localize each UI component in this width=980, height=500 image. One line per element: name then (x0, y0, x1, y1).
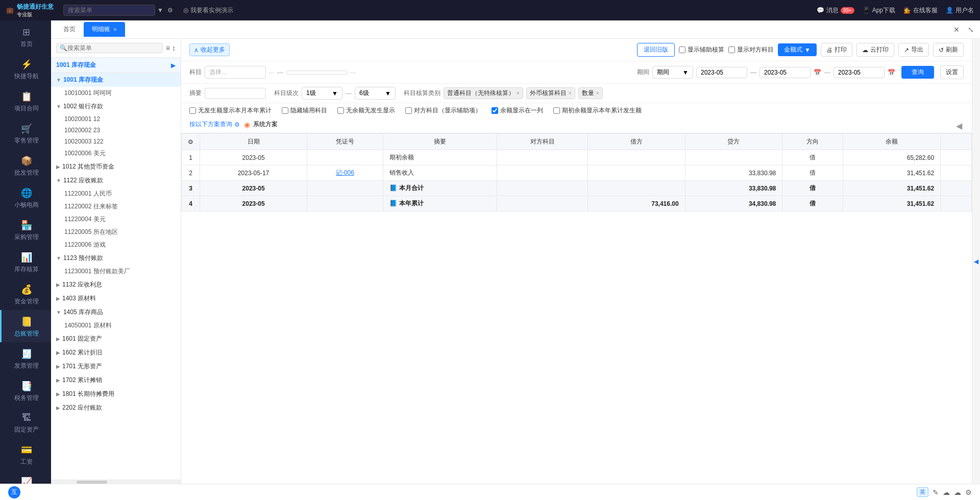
sidebar-item-purchase[interactable]: 🏪 采购管理 (0, 213, 51, 246)
sidebar-item-tax[interactable]: 📑 税务管理 (0, 374, 51, 407)
tag-3-close[interactable]: × (596, 90, 599, 96)
no-balance-month-input[interactable] (189, 107, 196, 114)
tab-close-btn[interactable]: × (113, 26, 117, 33)
voucher-link-2[interactable]: 记-006 (336, 169, 354, 176)
tag-1-close[interactable]: × (517, 90, 520, 96)
period-cal-icon-2[interactable]: 📅 (888, 69, 895, 76)
tree-list-icon[interactable]: ≡ (166, 44, 170, 52)
level-end-select[interactable]: 6级 ▼ (355, 87, 396, 100)
sidebar-item-retail[interactable]: 🛒 零售管理 (0, 117, 51, 149)
tree-item-1002[interactable]: ▼ 1002 银行存款 (51, 100, 181, 113)
th-settings[interactable]: ⚙ (182, 134, 200, 150)
settings-icon[interactable]: ⚙ (167, 7, 173, 14)
edit-icon[interactable]: ✎ (933, 488, 939, 496)
window-close-btn[interactable]: ✕ (951, 25, 962, 35)
opposite-account-show-input[interactable] (405, 107, 412, 114)
no-balance-month-checkbox[interactable]: 无发生额显示本月本年累计 (189, 106, 272, 115)
tag-2-close[interactable]: × (569, 90, 572, 96)
tree-item-1132[interactable]: ▶ 1132 应收利息 (51, 278, 181, 292)
account-search-box[interactable]: 🔍 (56, 43, 163, 53)
menu-search-input[interactable] (63, 5, 155, 16)
message-btn[interactable]: 💬 消息 99+ (817, 6, 854, 15)
period-start-input[interactable]: 2023-05 (696, 67, 747, 78)
sidebar-item-ecommerce[interactable]: 🌐 小畅电商 (0, 181, 51, 213)
tree-scrollbar-thumb[interactable] (77, 481, 107, 484)
right-collapse-btn[interactable]: ◀ (954, 121, 964, 130)
tree-item-11220004[interactable]: 11220004 美元 (51, 213, 181, 226)
account-nav-arrow[interactable]: ▶ (171, 62, 176, 69)
show-opposite-input[interactable] (728, 46, 735, 53)
tree-item-11220002[interactable]: 11220002 往来标签 (51, 200, 181, 213)
no-balance-show-input[interactable] (337, 107, 344, 114)
collapse-btn[interactable]: ∧ 收起更多 (189, 43, 230, 56)
tree-item-1001[interactable]: ▼ 1001 库存现金 (51, 73, 181, 87)
hide-aux-input[interactable] (282, 107, 288, 114)
right-collapse-panel[interactable]: ◀ (972, 39, 980, 484)
tree-item-2202[interactable]: ▶ 2202 应付账款 (51, 401, 181, 415)
cloud-print-btn[interactable]: ☁ 云打印 (856, 43, 894, 57)
category-tag-3[interactable]: 数量 × (578, 87, 603, 99)
back-to-old-btn[interactable]: 退回旧版 (637, 43, 675, 57)
tree-item-1601[interactable]: ▶ 1601 固定资产 (51, 332, 181, 346)
search-dropdown-icon[interactable]: ▼ (157, 7, 163, 14)
row-voucher-2[interactable]: 记-006 (307, 165, 383, 181)
right-collapse-arrow[interactable]: ◀ (974, 258, 978, 265)
sidebar-item-operations[interactable]: 📈 经营管理 (0, 470, 51, 484)
table-container[interactable]: ⚙ 日期 凭证号 摘要 对方科目 借方 贷方 方向 余额 (181, 133, 972, 484)
sidebar-item-wholesale[interactable]: 📦 批发管理 (0, 149, 51, 181)
tree-item-1012[interactable]: ▶ 1012 其他货币资金 (51, 160, 181, 174)
tree-item-14050001[interactable]: 14050001 原材料 (51, 319, 181, 332)
show-aux-calc-checkbox[interactable]: 显示辅助核算 (679, 45, 724, 54)
print-btn[interactable]: 🖨 打印 (821, 43, 852, 57)
cloud-icon-1[interactable]: ☁ (943, 488, 950, 496)
cloud-icon-2[interactable]: ☁ (954, 488, 961, 496)
tree-item-1403[interactable]: ▶ 1403 原材料 (51, 292, 181, 305)
account-search-input[interactable] (67, 44, 159, 52)
tree-scrollbar[interactable] (51, 480, 181, 484)
tree-item-10020003[interactable]: 10020003 122 (51, 136, 181, 147)
refresh-btn[interactable]: ↺ 刷新 (933, 43, 964, 57)
tree-item-1602[interactable]: ▶ 1602 累计折旧 (51, 346, 181, 360)
online-service-btn[interactable]: 💁 在线客服 (903, 6, 938, 15)
tree-item-11220005[interactable]: 11220005 所在地区 (51, 226, 181, 239)
tab-home[interactable]: 首页 (55, 22, 84, 37)
lang-en-btn[interactable]: 英 (917, 487, 928, 497)
settings-btn[interactable]: 设置 (940, 65, 964, 79)
tree-item-10020002[interactable]: 10020002 23 (51, 125, 181, 136)
level-start-select[interactable]: 1级 ▼ (302, 87, 342, 100)
balance-ytd-input[interactable] (553, 107, 560, 114)
sidebar-item-general-ledger[interactable]: 📒 总账管理 (0, 310, 51, 342)
query-btn[interactable]: 查询 (901, 66, 934, 79)
period-type-select[interactable]: 期间 ▼ (652, 66, 693, 79)
system-scheme[interactable]: ◉ 系统方案 (244, 120, 278, 129)
tree-item-1702[interactable]: ▶ 1702 累计摊销 (51, 373, 181, 387)
hide-aux-checkbox[interactable]: 隐藏辅用科目 (282, 106, 327, 115)
summary-input[interactable] (205, 88, 266, 99)
tree-item-10010001[interactable]: 10010001 呵呵呵 (51, 87, 181, 100)
sidebar-item-inventory[interactable]: 📊 库存核算 (0, 246, 51, 278)
no-balance-show-checkbox[interactable]: 无余额无发生显示 (337, 106, 395, 115)
show-opposite-checkbox[interactable]: 显示对方科目 (728, 45, 774, 54)
balance-one-row-checkbox[interactable]: 余额显示在一列 (492, 106, 543, 115)
tree-item-1123[interactable]: ▼ 1123 预付账款 (51, 251, 181, 265)
sidebar-item-home[interactable]: ⊞ 首页 (0, 20, 51, 53)
tree-item-11220006[interactable]: 11220006 游戏 (51, 239, 181, 251)
opposite-account-show-checkbox[interactable]: 对方科目（显示辅助项） (405, 106, 481, 115)
app-download-btn[interactable]: 📱 App下载 (863, 6, 895, 15)
user-avatar[interactable]: 👤 用户名 (946, 6, 974, 15)
window-expand-btn[interactable]: ⤡ (966, 25, 976, 35)
category-tag-2[interactable]: 外币核算科目 × (526, 87, 575, 99)
period-cal-icon[interactable]: 📅 (814, 69, 821, 76)
tree-item-10020006[interactable]: 10020006 美元 (51, 147, 181, 160)
settings-col-icon[interactable]: ⚙ (188, 138, 193, 146)
tree-item-1801[interactable]: ▶ 1801 长期待摊费用 (51, 387, 181, 401)
tree-item-1122[interactable]: ▼ 1122 应收账款 (51, 174, 181, 187)
subject-select-2[interactable] (286, 70, 348, 75)
chat-btn[interactable]: 互 (8, 486, 20, 498)
tree-item-10020001[interactable]: 10020001 12 (51, 113, 181, 125)
sidebar-item-invoice[interactable]: 🧾 发票管理 (0, 342, 51, 374)
sidebar-item-fixed-assets[interactable]: 🏗 固定资产 (0, 407, 51, 438)
subject-select[interactable]: 选择... (205, 66, 266, 79)
export-btn[interactable]: ↗ 导出 (898, 43, 929, 57)
balance-one-row-input[interactable] (492, 107, 498, 114)
